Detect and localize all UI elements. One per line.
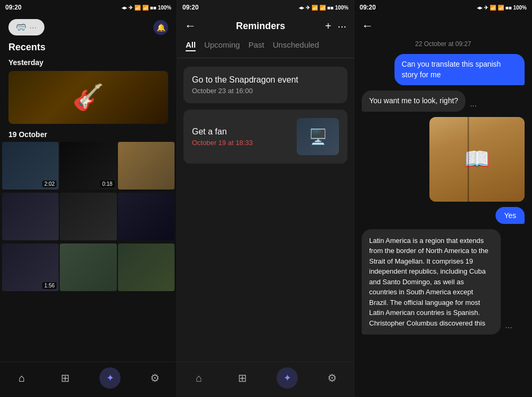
- reminder-text-block: Get a fan October 19 at 18:33: [192, 127, 290, 147]
- duration-badge: 0:18: [100, 181, 114, 187]
- more-options-dots[interactable]: ···: [470, 101, 476, 111]
- glasses-icon: 🥽: [16, 22, 26, 32]
- logo-dots: ···: [30, 23, 37, 31]
- photo-grid-row3: 1:56: [0, 242, 177, 292]
- photo-cell[interactable]: [118, 243, 175, 291]
- guitar-photo[interactable]: [8, 71, 168, 124]
- recents-title: Recents: [0, 38, 177, 55]
- reminder-date: October 19 at 18:33: [192, 139, 290, 147]
- chat-back-button[interactable]: ←: [362, 19, 373, 33]
- photos-logo[interactable]: 🥽 ···: [8, 19, 44, 35]
- status-icons-3: ◂▸ ✈ 📶 📶 ■■ 100%: [477, 5, 527, 11]
- photos-bottom-nav: ⌂ ⊞ ✦ ⚙: [0, 362, 177, 397]
- more-options-dots-2[interactable]: ···: [505, 323, 512, 332]
- home-nav-icon-2[interactable]: ⌂: [189, 368, 208, 387]
- book-visual: 📖: [429, 117, 525, 202]
- long-message-text: Latin America is a region that extends f…: [369, 237, 488, 327]
- more-options-button[interactable]: ···: [337, 20, 346, 32]
- photos-header: 🥽 ··· 🔔: [0, 15, 177, 38]
- photos-panel: 09:20 ◂▸ ✈ 📶 📶 ■■ 100% 🥽 ··· 🔔 Recents Y…: [0, 0, 177, 397]
- header-actions: + ···: [325, 20, 346, 32]
- message-text: Can you translate this spanish story for…: [402, 60, 501, 79]
- photo-cell[interactable]: [118, 142, 175, 190]
- time-2: 09:20: [182, 4, 199, 11]
- time-3: 09:20: [360, 4, 376, 11]
- chat-panel: 09:20 ◂▸ ✈ 📶 📶 ■■ 100% ← 22 October at 0…: [354, 0, 532, 397]
- message-bubble: Can you translate this spanish story for…: [395, 54, 525, 85]
- status-icons-1: ◂▸ ✈ 📶 📶 ■■ 100%: [122, 5, 171, 11]
- duration-badge: 2:02: [42, 181, 57, 187]
- chat-date-label: 22 October at 09:27: [354, 37, 532, 50]
- time-1: 09:20: [5, 4, 22, 11]
- reminder-card[interactable]: Go to the Snapdragon event October 23 at…: [184, 67, 347, 103]
- reminder-title: Get a fan: [192, 127, 290, 137]
- photos-nav-icon[interactable]: ⊞: [56, 368, 75, 387]
- reminders-panel: 09:20 ◂▸ ✈ 📶 📶 ■■ 100% ← Reminders + ···…: [177, 0, 354, 397]
- reminder-text-block: Go to the Snapdragon event October 23 at…: [192, 75, 339, 95]
- tab-past[interactable]: Past: [249, 39, 264, 51]
- home-nav-icon[interactable]: ⌂: [12, 368, 31, 387]
- date-yesterday: Yesterday: [0, 55, 177, 69]
- photo-cell[interactable]: 0:18: [60, 142, 116, 190]
- status-icons-2: ◂▸ ✈ 📶 📶 ■■ 100%: [299, 5, 348, 11]
- message-bubble: You want me to look, right?: [362, 91, 465, 112]
- book-image-bubble[interactable]: 📖: [429, 117, 525, 202]
- bell-icon[interactable]: 🔔: [153, 20, 168, 35]
- long-message-row: Latin America is a region that extends f…: [362, 229, 517, 335]
- long-message-bubble: Latin America is a region that extends f…: [362, 229, 501, 335]
- tab-unscheduled[interactable]: Unscheduled: [273, 39, 319, 51]
- reminders-title: Reminders: [200, 21, 321, 32]
- magic-nav-icon-2[interactable]: ✦: [277, 367, 298, 389]
- message-text: You want me to look, right?: [369, 96, 458, 105]
- status-bar-2: 09:20 ◂▸ ✈ 📶 📶 ■■ 100%: [177, 0, 354, 15]
- photo-cell[interactable]: [60, 243, 116, 291]
- reminders-list: Go to the Snapdragon event October 23 at…: [177, 58, 354, 362]
- photo-cell[interactable]: [60, 193, 116, 240]
- message-row: You want me to look, right? ···: [362, 91, 525, 112]
- settings-nav-icon[interactable]: ⚙: [145, 368, 164, 387]
- photo-grid-row1: 2:02 0:18: [0, 141, 177, 191]
- duration-badge: 1:56: [42, 282, 57, 289]
- settings-nav-icon-2[interactable]: ⚙: [323, 368, 342, 387]
- status-bar-1: 09:20 ◂▸ ✈ 📶 📶 ■■ 100%: [0, 0, 177, 15]
- magic-nav-icon[interactable]: ✦: [99, 367, 121, 389]
- back-button[interactable]: ←: [185, 19, 196, 33]
- yes-bubble: Yes: [496, 207, 525, 224]
- desk-image: 🖥️: [297, 118, 339, 155]
- date-october: 19 October: [0, 126, 177, 141]
- chat-header: ←: [354, 15, 532, 37]
- photo-cell[interactable]: [118, 193, 175, 240]
- photo-cell[interactable]: 2:02: [2, 142, 59, 190]
- add-reminder-button[interactable]: +: [325, 20, 332, 32]
- single-photo-row: [0, 69, 177, 126]
- reminder-card[interactable]: Get a fan October 19 at 18:33 🖥️: [184, 110, 347, 164]
- photo-cell[interactable]: 1:56: [2, 243, 59, 291]
- photo-cell[interactable]: [2, 193, 59, 240]
- tab-all[interactable]: All: [186, 39, 196, 51]
- tab-upcoming[interactable]: Upcoming: [204, 39, 240, 51]
- reminders-tabs: All Upcoming Past Unscheduled: [177, 37, 354, 58]
- photo-grid-row2: [0, 192, 177, 241]
- reminder-thumbnail: 🖥️: [297, 118, 339, 155]
- chat-messages: Can you translate this spanish story for…: [354, 50, 532, 397]
- reminders-header: ← Reminders + ···: [177, 15, 354, 37]
- photos-nav-icon-2[interactable]: ⊞: [233, 368, 252, 387]
- yes-text: Yes: [504, 211, 516, 220]
- status-bar-3: 09:20 ◂▸ ✈ 📶 📶 ■■ 100%: [354, 0, 532, 15]
- reminder-title: Go to the Snapdragon event: [192, 75, 339, 85]
- reminder-date: October 23 at 16:00: [192, 87, 339, 95]
- reminders-bottom-nav: ⌂ ⊞ ✦ ⚙: [177, 362, 354, 397]
